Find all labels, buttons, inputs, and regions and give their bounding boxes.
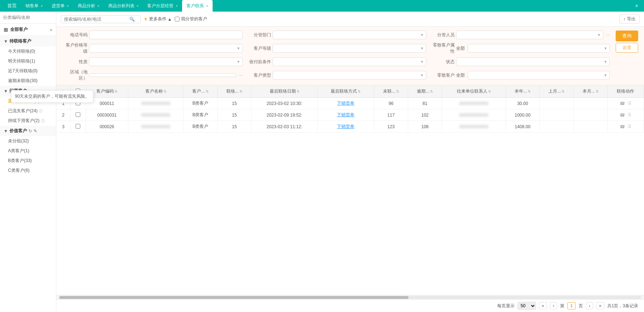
cell-contact-person: XXXXXXXXXX (442, 109, 506, 121)
prev-page-button[interactable]: ‹ (550, 302, 557, 309)
filter-select-retail-customer[interactable]: ▾ (468, 71, 610, 80)
nav-tab-customer-contact[interactable]: 客户联系 × (182, 0, 213, 12)
filter-select-retail-attr[interactable]: ▾ (468, 44, 610, 53)
close-tab-customer-tier[interactable]: × (176, 4, 178, 8)
sidebar-item-c-class[interactable]: C类客户(6) (0, 166, 56, 175)
close-tab-sales[interactable]: × (41, 4, 43, 8)
col-overdue[interactable]: 逾期...⇅ (408, 85, 442, 98)
cell-checkbox[interactable] (70, 121, 86, 133)
action-icons: ☎ ⠿ (610, 113, 641, 118)
more-action-icon[interactable]: ⠿ (628, 113, 631, 118)
export-button[interactable]: ↑ 导出 (619, 15, 640, 24)
sidebar-item-a-class[interactable]: A类客户(1) (0, 146, 56, 156)
contact-icon[interactable]: ☎ (620, 124, 625, 129)
edit-icon[interactable]: ✎ (33, 129, 37, 134)
per-page-select[interactable]: 50 100 200 (518, 302, 536, 310)
filter-row-3: 性质 ▾ 收付款条件 ▾ 状态 (62, 57, 610, 66)
close-tab-customer-contact[interactable]: × (206, 4, 208, 8)
sidebar-group-value[interactable]: ▼ 价值客户 ↻ ✎ (0, 126, 56, 136)
grid-icon: ⊞ (4, 27, 8, 33)
scroll-track[interactable] (59, 296, 641, 299)
first-page-button[interactable]: « (539, 302, 547, 309)
filter-select-customer-type[interactable]: ▾ (273, 71, 426, 80)
next-page-button[interactable]: › (586, 302, 593, 309)
sidebar-item-tomorrow-pending[interactable]: 明天待联络(1) (0, 56, 56, 66)
total-label: 共1页，3条记录 (607, 303, 638, 309)
settings-button[interactable]: 设置 (616, 43, 638, 53)
current-page: 1 (567, 302, 576, 309)
sidebar-item-declining[interactable]: 持续下滑客户(2) ⓘ (0, 116, 56, 126)
sidebar-item-overdue-contact[interactable]: 逾期未联络(30) (0, 76, 56, 86)
more-dots-region[interactable]: ··· (239, 73, 243, 78)
search-input[interactable] (64, 17, 129, 22)
filter-select-nature[interactable]: ▾ (89, 57, 243, 66)
cell-action: ☎ ⠿ (607, 121, 644, 133)
sidebar-group-pending[interactable]: ▼ 待联络客户 (0, 36, 56, 46)
sidebar-item-7day-pending[interactable]: 近7天待联络(0) (0, 66, 56, 76)
sidebar-item-today-pending[interactable]: 今天待联络(0) (0, 46, 56, 56)
filter-select-dept[interactable]: ▾ (273, 31, 426, 39)
horizontal-scrollbar[interactable] (56, 295, 644, 299)
nav-tab-analysis[interactable]: 商品分析 × (73, 0, 104, 12)
col-last-date[interactable]: 最后联络日期⇅ (251, 85, 318, 98)
more-action-icon[interactable]: ⠿ (628, 101, 631, 106)
nav-tab-analysis-list[interactable]: 商品分析列表 × (104, 0, 143, 12)
close-tab-purchase[interactable]: × (67, 4, 69, 8)
cell-last-method[interactable]: 下销货单 (318, 98, 374, 109)
sidebar-item-b-class[interactable]: B类客户(33) (0, 156, 56, 166)
sidebar-search-area: 🔍 (0, 12, 56, 24)
filter-select-region[interactable] (89, 73, 236, 77)
query-button[interactable]: 查询 (616, 31, 638, 41)
filter-select-customer-tier[interactable]: ▾ (273, 44, 426, 53)
col-no-contact[interactable]: 未联...⇅ (374, 85, 408, 98)
sidebar-all-customers[interactable]: ⊞ 全部客户 « (0, 24, 56, 36)
contact-icon[interactable]: ☎ (620, 101, 625, 106)
filter-customer-type: 客户类型 ▾ (246, 71, 426, 80)
nav-home[interactable]: 首页 (3, 3, 21, 9)
cell-last-method[interactable]: 下销货单 (318, 121, 374, 133)
filter-price-tier: 客户价格等级 ▾ (62, 42, 243, 54)
last-page-button[interactable]: » (596, 302, 604, 309)
filter-input-phone[interactable] (89, 31, 243, 39)
sidebar-search-input[interactable] (3, 15, 56, 20)
row-checkbox-1[interactable] (76, 112, 80, 117)
filter-select-payment[interactable]: ▾ (273, 57, 426, 66)
cell-this-year: 1000.00 (506, 109, 539, 121)
more-conditions-button[interactable]: ▼ 更多条件 ▲ (144, 16, 172, 22)
sidebar-item-ungrouped[interactable]: 未分组(32) (0, 136, 56, 146)
col-this-year[interactable]: 本年...⇅ (506, 85, 539, 98)
col-contact-person[interactable]: 往来单位联系人⇅ (442, 85, 506, 98)
col-this-month[interactable]: 本月...⇅ (573, 85, 607, 98)
sidebar-item-churned[interactable]: 已流失客户(24) ⓘ (0, 106, 56, 116)
filter-select-status[interactable]: ▾ (456, 57, 610, 66)
refresh-icon[interactable]: ↻ (28, 129, 32, 134)
filter-row-1: 电话号码 分管部门 ▾ 分管人员 ▾ (62, 31, 610, 39)
col-name[interactable]: 客户名称⇅ (128, 85, 183, 98)
filter-select-person[interactable]: ▾ (456, 31, 603, 39)
cell-checkbox[interactable] (70, 109, 86, 121)
more-dots-person[interactable]: ··· (606, 32, 610, 37)
col-contact-count[interactable]: 联络...⇅ (217, 85, 251, 98)
col-last-month[interactable]: 上月...⇅ (540, 85, 573, 98)
my-customers-checkbox[interactable] (175, 17, 180, 21)
search-icon-main[interactable]: 🔍 (129, 17, 135, 22)
sort-icon-lastmonth: ⇅ (562, 89, 564, 93)
nav-tab-sales[interactable]: 销售单 × (21, 0, 47, 12)
col-last-method[interactable]: 最后联络方式⇅ (318, 85, 374, 98)
filter-select-price-tier[interactable]: ▾ (89, 44, 243, 53)
col-type[interactable]: 客户...⇅ (184, 85, 217, 98)
more-action-icon[interactable]: ⠿ (628, 124, 631, 129)
close-tab-analysis[interactable]: × (97, 4, 100, 8)
close-all-button[interactable]: × (632, 3, 641, 9)
cell-overdue: 102 (408, 109, 442, 121)
my-customers-toggle[interactable]: 我分管的客户 (175, 16, 207, 22)
scroll-thumb[interactable] (59, 296, 408, 299)
filter-label-payment: 收付款条件 (246, 59, 271, 65)
close-tab-analysis-list[interactable]: × (137, 4, 139, 8)
cell-last-method[interactable]: 下销货单 (318, 109, 374, 121)
contact-icon[interactable]: ☎ (620, 113, 625, 118)
cell-this-month (573, 98, 607, 109)
nav-tab-customer-tier[interactable]: 客户分层经营 × (143, 0, 182, 12)
row-checkbox-2[interactable] (76, 124, 80, 129)
nav-tab-purchase[interactable]: 进货单 × (47, 0, 73, 12)
